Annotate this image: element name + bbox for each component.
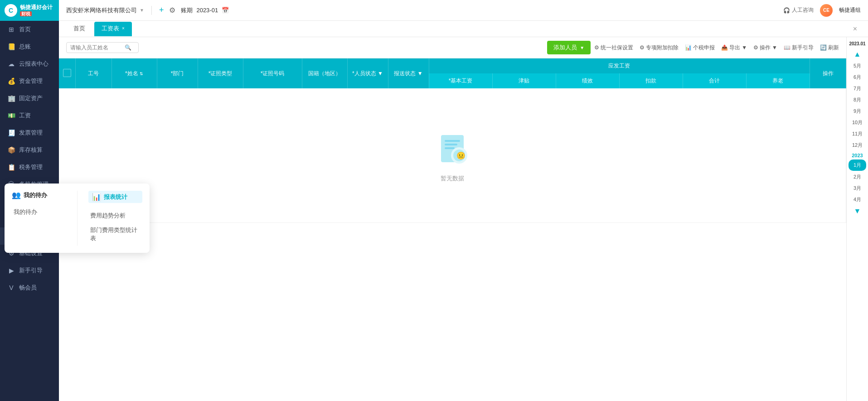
sidebar-item-cloud-report[interactable]: ☁云报表中心 xyxy=(0,55,59,72)
timeline-month-2[interactable]: 2月 xyxy=(847,171,868,183)
sidebar-icon-invoice: 🧾 xyxy=(7,129,15,136)
empty-row: 😐 暂无数据 xyxy=(59,88,846,223)
sidebar-item-ledger[interactable]: 📒总账 xyxy=(0,38,59,55)
sidebar-item-membership[interactable]: V畅会员 xyxy=(0,279,59,296)
timeline-month-4[interactable]: 4月 xyxy=(847,194,868,205)
empty-icon: 😐 xyxy=(432,128,473,169)
search-box[interactable]: 🔍 xyxy=(66,42,139,53)
add-button[interactable]: + xyxy=(159,5,164,15)
timeline-month-5[interactable]: 5月 xyxy=(847,60,868,72)
timeline-month-6[interactable]: 6月 xyxy=(847,72,868,83)
sidebar-item-tax[interactable]: 📋税务管理 xyxy=(0,159,59,176)
close-all-button[interactable]: × xyxy=(849,24,861,34)
sidebar-icon-cloud-report: ☁ xyxy=(7,60,15,68)
search-icon: 🔍 xyxy=(125,44,131,51)
special-deduct-action[interactable]: ⚙ 专项附加扣除 xyxy=(640,44,679,52)
add-dropdown-arrow: ▼ xyxy=(580,45,584,50)
tab-salary[interactable]: 工资表 × xyxy=(94,22,132,36)
th-employee-id: 工号 xyxy=(75,58,112,88)
empty-state: 😐 暂无数据 xyxy=(62,92,843,219)
user-service[interactable]: 🎧 人工咨询 xyxy=(783,6,814,14)
social-security-action[interactable]: ⚙ 统一社保设置 xyxy=(594,44,633,52)
select-all-checkbox[interactable] xyxy=(63,69,71,77)
main-area: 西安虾米网络科技有限公司 ▼ + ⚙ 账期 2023-01 📅 🎧 人工咨询 C… xyxy=(59,0,868,401)
svg-rect-1 xyxy=(445,140,460,142)
sidebar-item-fund[interactable]: 💰资金管理 xyxy=(0,72,59,90)
search-input[interactable] xyxy=(70,44,125,51)
person-status-filter-icon[interactable]: ▼ xyxy=(378,70,383,77)
table-wrap: 工号 *姓名 ⇅ *部门 *证照类型 *证照号码 国籍（地区） *人员状态 ▼ xyxy=(59,58,846,401)
toolbar-actions: ⚙ 统一社保设置 ⚙ 专项附加扣除 📊 个税申报 📤 导出 ▼ xyxy=(594,44,839,52)
popup-item-my-todo[interactable]: 我的待办 xyxy=(12,205,66,219)
th-cert-no: *证照号码 xyxy=(243,58,302,88)
th-dept: *部门 xyxy=(157,58,198,88)
sidebar-label-fixed-asset: 固定资产 xyxy=(19,94,43,102)
svg-rect-2 xyxy=(445,144,457,145)
company-dropdown-arrow: ▼ xyxy=(140,8,144,13)
sidebar-label-membership: 畅会员 xyxy=(19,284,37,292)
popup-item-dept-expense[interactable]: 部门费用类型统计表 xyxy=(88,223,143,246)
sidebar-label-cloud-report: 云报表中心 xyxy=(19,60,48,68)
timeline-month-11[interactable]: 11月 xyxy=(847,128,868,140)
report-icon: 📊 xyxy=(92,193,101,201)
company-selector[interactable]: 西安虾米网络科技有限公司 ▼ xyxy=(66,6,144,14)
sidebar-icon-ledger: 📒 xyxy=(7,43,15,50)
content-area: 🔍 添加人员 ▼ ⚙ 统一社保设置 ⚙ 专项附加扣除 � xyxy=(59,37,868,401)
table-header-row1: 工号 *姓名 ⇅ *部门 *证照类型 *证照号码 国籍（地区） *人员状态 ▼ xyxy=(59,58,846,73)
timeline-month-9[interactable]: 9月 xyxy=(847,106,868,117)
th-wage-group: 应发工资 xyxy=(429,58,810,73)
sidebar-label-salary: 工资 xyxy=(19,111,31,120)
timeline-month-3[interactable]: 3月 xyxy=(847,183,868,194)
sidebar-icon-tax: 📋 xyxy=(7,164,15,171)
sidebar-icon-membership: V xyxy=(7,284,15,291)
refresh-action[interactable]: 🔄 刷新 xyxy=(820,44,839,52)
sidebar-item-inventory[interactable]: 📦库存核算 xyxy=(0,141,59,159)
export-action[interactable]: 📤 导出 ▼ xyxy=(721,44,747,52)
popup-item-expense-trend[interactable]: 费用趋势分析 xyxy=(88,208,143,223)
add-person-button[interactable]: 添加人员 ▼ xyxy=(547,41,591,54)
toolbar: 🔍 添加人员 ▼ ⚙ 统一社保设置 ⚙ 专项附加扣除 � xyxy=(59,37,846,58)
sidebar-icon-inventory: 📦 xyxy=(7,146,15,154)
sidebar-item-salary[interactable]: 💵工资 xyxy=(0,107,59,124)
timeline-nav-down[interactable]: ▼ xyxy=(852,205,863,217)
sidebar-label-home: 首页 xyxy=(19,25,31,34)
sidebar-item-invoice[interactable]: 🧾发票管理 xyxy=(0,124,59,141)
report-status-filter-icon[interactable]: ▼ xyxy=(417,70,423,77)
th-pension: 养老 xyxy=(746,73,810,88)
company-name: 西安虾米网络科技有限公司 xyxy=(66,6,137,14)
empty-state-cell: 😐 暂无数据 xyxy=(59,88,846,223)
topbar-right: 🎧 人工咨询 CE 畅捷通组 xyxy=(783,4,861,17)
sidebar-label-invoice: 发票管理 xyxy=(19,129,43,137)
sidebar-label-fund: 资金管理 xyxy=(19,77,43,85)
special-deduct-icon: ⚙ xyxy=(640,44,645,51)
popup-col-todo-title: 👥 我的待办 xyxy=(12,191,66,199)
tab-close-icon[interactable]: × xyxy=(122,26,125,31)
timeline-current-month[interactable]: 1月 xyxy=(849,159,866,171)
timeline-month-10[interactable]: 10月 xyxy=(847,117,868,128)
sort-name-icon[interactable]: ⇅ xyxy=(140,72,143,76)
logo-text: 畅捷通好会计 财税 xyxy=(20,4,53,17)
th-person-status: *人员状态 ▼ xyxy=(347,58,388,88)
sidebar-item-home[interactable]: ⊞首页 xyxy=(0,21,59,38)
settings-icon[interactable]: ⚙ xyxy=(169,6,175,14)
timeline-month-12[interactable]: 12月 xyxy=(847,140,868,151)
logo-icon: C xyxy=(5,4,17,17)
calendar-icon[interactable]: 📅 xyxy=(222,7,229,14)
th-bonus: 绩效 xyxy=(556,73,619,88)
sidebar-label-inventory: 库存核算 xyxy=(19,146,43,154)
salary-table: 工号 *姓名 ⇅ *部门 *证照类型 *证照号码 国籍（地区） *人员状态 ▼ xyxy=(59,58,846,223)
tab-home[interactable]: 首页 xyxy=(66,22,92,36)
personal-tax-action[interactable]: 📊 个税申报 xyxy=(685,44,715,52)
todo-icon: 👥 xyxy=(12,191,21,199)
timeline-month-8[interactable]: 8月 xyxy=(847,94,868,106)
timeline-month-7[interactable]: 7月 xyxy=(847,83,868,94)
th-basic-wage: *基本工资 xyxy=(429,73,492,88)
new-guide-action[interactable]: 📖 新手引导 xyxy=(784,44,814,52)
sidebar-item-guide[interactable]: ▶新手引导 xyxy=(0,262,59,279)
timeline-nav-up[interactable]: ▲ xyxy=(852,48,863,60)
operations-action[interactable]: ⚙ 操作 ▼ xyxy=(753,44,777,52)
period-display: 账期 2023-01 📅 xyxy=(181,6,229,14)
th-deduct: 扣款 xyxy=(619,73,683,88)
sidebar-item-fixed-asset[interactable]: 🏢固定资产 xyxy=(0,90,59,107)
sidebar-nav: ⊞首页📒总账☁云报表中心💰资金管理🏢固定资产💵工资🧾发票管理📦库存核算📋税务管理… xyxy=(0,21,59,296)
